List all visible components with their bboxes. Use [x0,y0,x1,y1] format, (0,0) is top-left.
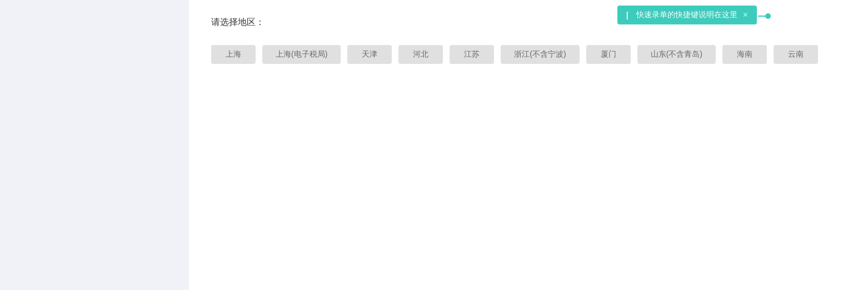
region-btn-shandong[interactable]: 山东(不含青岛) [637,45,716,64]
tooltip-close-button[interactable]: × [743,11,748,19]
region-btn-shanghai-etax[interactable]: 上海(电子税局) [262,45,341,64]
region-btn-yunnan[interactable]: 云南 [774,45,818,64]
region-btn-tianjin[interactable]: 天津 [347,45,392,64]
region-btn-hainan[interactable]: 海南 [722,45,767,64]
region-btn-shanghai[interactable]: 上海 [211,45,256,64]
region-btn-jiangsu[interactable]: 江苏 [450,45,494,64]
region-btn-zhejiang[interactable]: 浙江(不含宁波) [501,45,579,64]
tooltip-text: 快速录单的快捷键说明在这里 [636,10,737,20]
region-btn-hebei[interactable]: 河北 [398,45,443,64]
tooltip-bar: 快速录单的快捷键说明在这里 × [617,6,757,24]
region-buttons: 上海上海(电子税局)天津河北江苏浙江(不含宁波)厦门山东(不含青岛)海南云南 [211,45,846,64]
sidebar [0,0,189,290]
region-btn-xiamen[interactable]: 厦门 [586,45,631,64]
main-content: 请选择地区： 上海上海(电子税局)天津河北江苏浙江(不含宁波)厦门山东(不含青岛… [189,0,868,290]
tooltip-dot [765,13,771,19]
